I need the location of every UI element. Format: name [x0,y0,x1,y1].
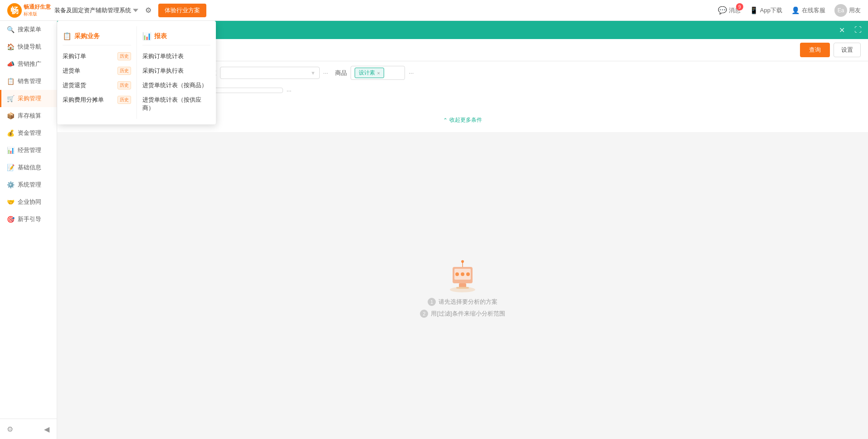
sidebar-bottom: ⚙ ◀ [0,419,57,439]
empty-hint-2: 2 用[过滤]条件来缩小分析范围 [420,310,505,318]
query-btn[interactable]: 查询 [800,43,830,57]
empty-state: 1 请先选择要分析的方案 2 用[过滤]条件来缩小分析范围 [420,253,505,318]
goods-input[interactable]: 设计素 × [351,66,405,80]
sidebar-item-quick-nav[interactable]: 🏠 快捷导航 [0,38,57,55]
dropdown-item-po[interactable]: 采购订单 历史 [63,49,131,64]
sidebar-settings-btn[interactable]: ⚙ [4,423,16,435]
service-icon: 👤 [791,6,800,15]
dropdown-col2-title: 报表 [154,32,167,40]
home-icon: 🏠 [7,43,14,50]
operations-icon: 📊 [7,147,14,154]
sidebar-item-basic-info[interactable]: 📝 基础信息 [0,159,57,176]
dropdown-item-po-exec[interactable]: 采购订单执行表 [142,64,210,78]
dropdown-item-return[interactable]: 进货退货 历史 [63,78,131,93]
sidebar-item-marketing[interactable]: 📣 营销推广 [0,55,57,73]
sidebar: 🔍 搜索菜单 🏠 快捷导航 📣 营销推广 📋 销售管理 🛒 采购管 [0,21,57,439]
sidebar-item-label: 系统管理 [18,181,41,189]
sidebar-collapse-btn[interactable]: ◀ [40,423,53,435]
sidebar-item-inventory[interactable]: 📦 库存核算 [0,107,57,124]
tab-actions: ✕ ⛶ [835,24,864,36]
status-input[interactable]: ▾ [220,67,320,79]
enterprise-icon: 🤝 [7,198,14,206]
sidebar-item-search[interactable]: 🔍 搜索菜单 [0,21,57,38]
dropdown-item-expense[interactable]: 采购费用分摊单 历史 [63,93,131,107]
dropdown-item-receive-stat-goods[interactable]: 进货单统计表（按商品） [142,78,210,93]
sidebar-item-system[interactable]: ⚙️ 系统管理 [0,176,57,193]
sidebar-item-operations[interactable]: 📊 经营管理 [0,142,57,159]
dropdown-item-receive-stat-supplier[interactable]: 进货单统计表（按供应商） [142,93,210,115]
empty-illustration [440,253,485,294]
purchase-icon: 🛒 [7,95,14,102]
dropdown-col2-header: 📊 报表 [142,30,210,45]
sidebar-item-enterprise[interactable]: 🤝 企业协同 [0,193,57,211]
logo-icon: 畅 [7,3,22,18]
collapse-label: 收起更多条件 [449,116,482,124]
dropdown-grid: 📋 采购业务 采购订单 历史 进货单 历史 进货退货 [57,26,216,119]
system-icon: ⚙️ [7,181,14,188]
app-version: 标准版 [24,11,51,17]
message-icon: 💬 [718,6,727,15]
message-badge: 9 [736,3,743,10]
tab-close-window-btn[interactable]: ✕ [835,24,848,36]
app-download-label: App下载 [760,6,782,15]
goods-dots[interactable]: ··· [409,69,414,76]
svg-point-5 [466,272,470,276]
purchase-dropdown-menu: 📋 采购业务 采购订单 历史 进货单 历史 进货退货 [57,21,216,124]
hint2-text: 用[过滤]条件来缩小分析范围 [431,310,505,318]
sidebar-item-sales[interactable]: 📋 销售管理 [0,73,57,90]
message-btn[interactable]: 💬 消息 9 [718,6,741,15]
top-bar-left: 畅 畅通好生意 标准版 装备及固定资产辅助管理系统 ⚙ 体验行业方案 [7,3,206,18]
dropdown-item-expense-label: 采购费用分摊单 [63,96,104,104]
sidebar-item-finance[interactable]: 💰 资金管理 [0,124,57,142]
dropdown-item-return-label: 进货退货 [63,81,86,89]
sidebar-item-purchase[interactable]: 🛒 采购管理 [0,90,57,107]
sidebar-item-label: 资金管理 [18,129,41,137]
dropdown-item-po-stat-label: 采购订单统计表 [142,52,184,60]
history-badge-expense: 历史 [117,96,131,104]
sidebar-item-guide[interactable]: 🎯 新手引导 [0,211,57,228]
marketing-icon: 📣 [7,60,14,68]
sidebar-item-label: 搜索菜单 [18,25,41,34]
phone-icon: 📱 [750,6,758,15]
sidebar-item-label: 企业协同 [18,198,41,206]
empty-hint-1: 1 请先选择要分析的方案 [428,298,497,306]
svg-rect-7 [456,287,469,289]
goods-tag-label: 设计素 [359,69,375,77]
app-download-btn[interactable]: 📱 App下载 [750,6,782,15]
goods-label: 商品 [335,69,347,77]
svg-point-4 [461,272,464,276]
app-container: 畅 畅通好生意 标准版 装备及固定资产辅助管理系统 ⚙ 体验行业方案 💬 消息 … [0,0,868,439]
hint1-text: 请先选择要分析的方案 [439,298,497,306]
sidebar-item-label: 库存核算 [18,112,41,120]
dropdown-item-receive-label: 进货单 [63,67,80,75]
sidebar-item-label: 基础信息 [18,163,41,172]
industry-btn[interactable]: 体验行业方案 [158,4,206,17]
settings-gear-icon[interactable]: ⚙ [142,4,155,17]
tab-resize-btn[interactable]: ⛶ [852,24,864,36]
system-title: 装备及固定资产辅助管理系统 [54,6,131,15]
sidebar-item-label: 新手引导 [18,215,41,223]
dropdown-item-po-label: 采购订单 [63,52,86,60]
goods-filter-field: 商品 设计素 × ··· [335,66,414,80]
online-service-btn[interactable]: 👤 在线客服 [791,6,825,15]
settings-btn[interactable]: 设置 [834,43,861,57]
online-service-label: 在线客服 [802,6,825,15]
dropdown-item-po-stat[interactable]: 采购订单统计表 [142,49,210,64]
salesperson-dots[interactable]: ··· [287,87,292,94]
top-bar: 畅 畅通好生意 标准版 装备及固定资产辅助管理系统 ⚙ 体验行业方案 💬 消息 … [0,0,868,21]
system-title-dropdown[interactable]: 装备及固定资产辅助管理系统 [54,6,138,15]
status-dots[interactable]: ··· [323,69,328,76]
dropdown-col-reports: 📊 报表 采购订单统计表 采购订单执行表 进货单统计表（按商品） [137,26,216,119]
basic-info-icon: 📝 [7,164,14,171]
step1-number: 1 [428,298,436,306]
user-menu[interactable]: Ea 用友 [834,4,861,17]
empty-svg [440,253,485,294]
svg-point-3 [455,272,459,276]
dropdown-item-receive[interactable]: 进货单 历史 [63,64,131,78]
purchase-biz-icon: 📋 [63,32,72,40]
collapse-arrow-icon: ⌃ [443,117,448,123]
reports-icon: 📊 [142,32,151,40]
goods-tag-close-icon[interactable]: × [377,70,380,76]
svg-point-9 [461,260,464,263]
top-bar-right: 💬 消息 9 📱 App下载 👤 在线客服 Ea 用友 [718,4,861,17]
